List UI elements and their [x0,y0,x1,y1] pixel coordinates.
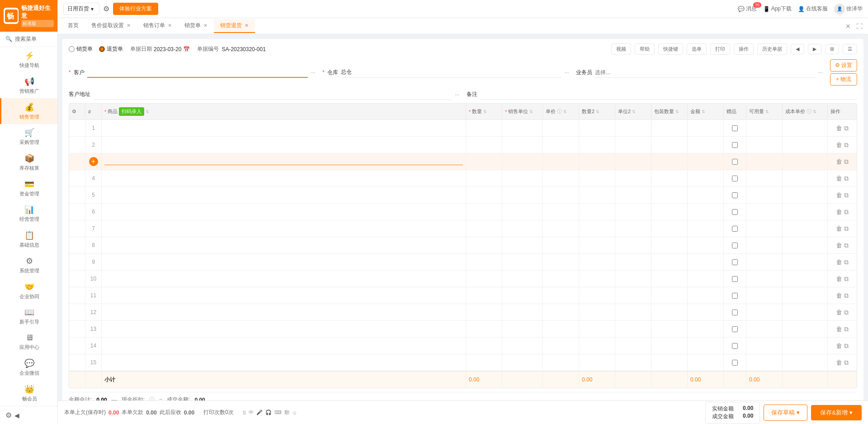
row-unit-9[interactable] [502,254,543,270]
row-amount-10[interactable] [688,271,724,287]
staff-more[interactable]: ··· [818,69,823,76]
qty2-input-6[interactable] [582,209,612,215]
row-price-14[interactable] [543,338,579,354]
radio-sales-input[interactable] [69,46,75,52]
cost-input-9[interactable] [785,259,825,265]
row-amount-14[interactable] [688,338,724,354]
cost-input-10[interactable] [785,276,825,282]
row-qty-3[interactable] [466,153,502,170]
delete-icon-13[interactable]: 🗑 [836,325,842,333]
copy-icon-4[interactable]: ⧉ [844,175,849,182]
table-row[interactable]: 7 🗑 ⧉ [69,220,857,237]
row-unit2-1[interactable] [615,120,651,136]
close-all-icon[interactable]: ✕ [844,23,853,30]
qty2-input-9[interactable] [582,259,612,265]
avail-input-15[interactable] [749,359,779,366]
product-input-14[interactable] [104,343,463,349]
qty-input-13[interactable] [469,326,499,332]
row-unit2-14[interactable] [615,338,651,354]
row-product-9[interactable] [102,254,466,270]
qty2-input-13[interactable] [582,326,612,332]
pkgqty-input-9[interactable] [654,259,684,265]
row-amount-11[interactable] [688,287,724,304]
cost-input-13[interactable] [785,326,825,332]
message-btn[interactable]: 💬 消息 70 [738,5,757,13]
row-qty-1[interactable] [466,120,502,136]
row-gift-6[interactable] [724,204,746,220]
row-price-2[interactable] [543,137,579,153]
row-product-14[interactable] [102,338,466,354]
row-unit-13[interactable] [502,321,543,337]
gift-checkbox-2[interactable] [726,142,743,148]
sort-cost-icon[interactable]: ⇅ [813,110,816,114]
remark-input[interactable] [480,89,857,100]
qty-input-6[interactable] [469,209,499,215]
row-unit2-5[interactable] [615,187,651,203]
sidebar-item-sales[interactable]: 💰 销售管理 [0,98,57,124]
unit-input-3[interactable] [505,158,540,165]
table-row[interactable]: 11 🗑 ⧉ [69,287,857,304]
row-cost-5[interactable] [783,187,828,203]
row-cost-7[interactable] [783,220,828,237]
table-row[interactable]: 10 🗑 ⧉ [69,271,857,287]
row-cost-3[interactable] [783,153,828,170]
qty-input-2[interactable] [469,142,499,148]
row-unit2-10[interactable] [615,271,651,287]
radio-return-input[interactable] [99,46,105,52]
pkgqty-input-2[interactable] [654,142,684,148]
avail-input-7[interactable] [749,225,779,232]
row-gift-15[interactable] [724,354,746,371]
row-qty2-2[interactable] [579,137,615,153]
row-gift-7[interactable] [724,220,746,237]
row-unit2-12[interactable] [615,304,651,320]
row-amount-5[interactable] [688,187,724,203]
row-unit-7[interactable] [502,220,543,237]
table-row[interactable]: 1 🗑 ⧉ [69,120,857,137]
amount-input-15[interactable] [690,359,721,366]
tab-sales-order[interactable]: 销售订单 ✕ [137,19,178,33]
delete-icon-1[interactable]: 🗑 [836,124,842,132]
cost-input-12[interactable] [785,309,825,315]
avail-input-14[interactable] [749,343,779,349]
row-qty-2[interactable] [466,137,502,153]
save-new-btn[interactable]: 保存&新增 ▾ [811,405,862,420]
row-qty-11[interactable] [466,287,502,304]
sort-qty2-icon[interactable]: ⇅ [596,110,599,114]
avail-input-9[interactable] [749,259,779,265]
logistics-btn[interactable]: + 物流 [830,73,857,86]
amount-input-5[interactable] [690,192,721,198]
sidebar-item-quick-nav[interactable]: ⚡ 快捷导航 [0,47,57,73]
unit2-input-15[interactable] [618,359,648,366]
copy-icon-15[interactable]: ⧉ [844,359,849,367]
sidebar-item-vip[interactable]: 👑 畅会员 [0,380,57,406]
list-view-btn[interactable]: ☰ [843,44,857,54]
product-input-11[interactable] [104,292,463,299]
tab-price-extract[interactable]: 售价提取设置 ✕ [85,19,137,33]
cost-input-7[interactable] [785,225,825,232]
cost-input-4[interactable] [785,175,825,181]
cost-input-11[interactable] [785,292,825,299]
row-cost-14[interactable] [783,338,828,354]
row-pkgqty-13[interactable] [651,321,688,337]
amount-input-13[interactable] [690,326,721,332]
row-cost-8[interactable] [783,237,828,253]
product-input-6[interactable] [104,209,463,215]
unit2-input-13[interactable] [618,326,648,332]
avail-input-12[interactable] [749,309,779,315]
amount-input-12[interactable] [690,309,721,315]
copy-icon-5[interactable]: ⧉ [844,191,849,199]
row-avail-3[interactable] [746,153,783,170]
row-product-6[interactable] [102,204,466,220]
amount-input-6[interactable] [690,209,721,215]
table-row[interactable]: 6 🗑 ⧉ [69,204,857,220]
pkgqty-input-11[interactable] [654,292,684,299]
pkgqty-input-15[interactable] [654,359,684,366]
delete-icon-4[interactable]: 🗑 [836,175,842,182]
row-unit2-7[interactable] [615,220,651,237]
row-pkgqty-15[interactable] [651,354,688,371]
copy-icon-3[interactable]: ⧉ [844,158,849,166]
row-price-6[interactable] [543,204,579,220]
unit-input-13[interactable] [505,326,540,332]
row-unit-4[interactable] [502,170,543,186]
qty-input-15[interactable] [469,359,499,366]
